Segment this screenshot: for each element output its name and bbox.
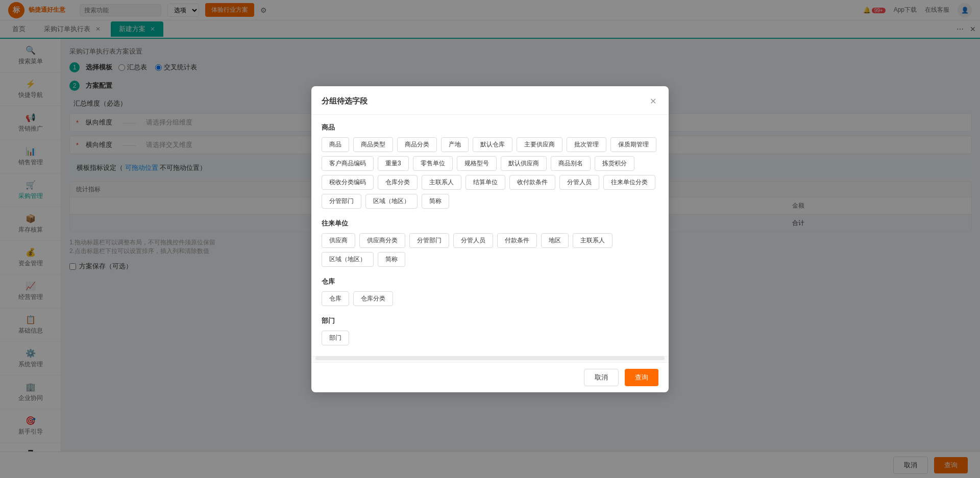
- field-tag-税收分类编码[interactable]: 税收分类编码: [322, 175, 374, 190]
- field-tag-拣货积分[interactable]: 拣货积分: [595, 156, 634, 171]
- field-tag-客户商品编码[interactable]: 客户商品编码: [322, 156, 374, 171]
- field-tag-区域（地区）[interactable]: 区域（地区）: [322, 252, 374, 267]
- warehouse-section-title: 仓库: [322, 277, 658, 286]
- field-tag-保质期管理[interactable]: 保质期管理: [610, 137, 656, 152]
- field-tag-分管部门[interactable]: 分管部门: [322, 194, 361, 209]
- field-tag-默认仓库[interactable]: 默认仓库: [473, 137, 512, 152]
- field-tag-主要供应商[interactable]: 主要供应商: [517, 137, 562, 152]
- field-tag-简称[interactable]: 简称: [422, 194, 449, 209]
- field-tag-地区[interactable]: 地区: [541, 233, 569, 248]
- field-tag-结算单位[interactable]: 结算单位: [465, 175, 505, 190]
- field-tag-主联系人[interactable]: 主联系人: [422, 175, 461, 190]
- field-tag-分管人员[interactable]: 分管人员: [559, 175, 599, 190]
- field-tag-收付款条件[interactable]: 收付款条件: [509, 175, 555, 190]
- field-tag-仓库分类[interactable]: 仓库分类: [353, 291, 393, 306]
- warehouse-section: 仓库 仓库仓库分类: [322, 277, 658, 306]
- field-tag-区域（地区）[interactable]: 区域（地区）: [365, 194, 418, 209]
- field-tag-简称[interactable]: 简称: [378, 252, 405, 267]
- field-tag-默认供应商[interactable]: 默认供应商: [501, 156, 547, 171]
- warehouse-field-tags: 仓库仓库分类: [322, 291, 658, 306]
- product-section-title: 商品: [322, 123, 658, 132]
- field-tag-商品别名[interactable]: 商品别名: [551, 156, 591, 171]
- department-section: 部门 部门: [322, 316, 658, 345]
- modal-header: 分组待选字段 ✕: [311, 86, 669, 115]
- field-tag-产地[interactable]: 产地: [441, 137, 469, 152]
- field-tag-往来单位分类[interactable]: 往来单位分类: [603, 175, 655, 190]
- cancel-btn[interactable]: 取消: [584, 369, 619, 386]
- field-tag-仓库分类[interactable]: 仓库分类: [378, 175, 418, 190]
- field-tag-批次管理[interactable]: 批次管理: [567, 137, 606, 152]
- department-section-title: 部门: [322, 316, 658, 325]
- modal-overlay: 分组待选字段 ✕ 商品 商品商品类型商品分类产地默认仓库主要供应商批次管理保质期…: [0, 0, 980, 478]
- field-tag-分管部门[interactable]: 分管部门: [409, 233, 449, 248]
- modal: 分组待选字段 ✕ 商品 商品商品类型商品分类产地默认仓库主要供应商批次管理保质期…: [311, 86, 669, 392]
- field-tag-供应商分类[interactable]: 供应商分类: [359, 233, 405, 248]
- field-tag-仓库[interactable]: 仓库: [322, 291, 349, 306]
- field-tag-付款条件[interactable]: 付款条件: [497, 233, 537, 248]
- field-tag-商品[interactable]: 商品: [322, 137, 349, 152]
- field-tag-商品类型[interactable]: 商品类型: [353, 137, 393, 152]
- field-tag-主联系人[interactable]: 主联系人: [573, 233, 612, 248]
- partner-field-tags: 供应商供应商分类分管部门分管人员付款条件地区主联系人区域（地区）简称: [322, 233, 658, 267]
- field-tag-分管人员[interactable]: 分管人员: [453, 233, 493, 248]
- field-tag-商品分类[interactable]: 商品分类: [397, 137, 437, 152]
- field-tag-重量3[interactable]: 重量3: [378, 156, 409, 171]
- confirm-btn[interactable]: 查询: [625, 369, 658, 386]
- field-tag-规格型号[interactable]: 规格型号: [457, 156, 497, 171]
- field-tag-供应商[interactable]: 供应商: [322, 233, 355, 248]
- product-section: 商品 商品商品类型商品分类产地默认仓库主要供应商批次管理保质期管理客户商品编码重…: [322, 123, 658, 209]
- modal-title: 分组待选字段: [322, 96, 368, 106]
- modal-footer: 取消 查询: [311, 362, 669, 392]
- partner-section-title: 往来单位: [322, 219, 658, 228]
- modal-body: 商品 商品商品类型商品分类产地默认仓库主要供应商批次管理保质期管理客户商品编码重…: [311, 115, 669, 357]
- modal-hscroll[interactable]: [311, 356, 669, 362]
- field-tag-零售单位[interactable]: 零售单位: [413, 156, 453, 171]
- partner-section: 往来单位 供应商供应商分类分管部门分管人员付款条件地区主联系人区域（地区）简称: [322, 219, 658, 267]
- product-field-tags: 商品商品类型商品分类产地默认仓库主要供应商批次管理保质期管理客户商品编码重量3零…: [322, 137, 658, 209]
- department-field-tags: 部门: [322, 331, 658, 345]
- modal-close-btn[interactable]: ✕: [648, 94, 658, 108]
- field-tag-部门[interactable]: 部门: [322, 331, 349, 345]
